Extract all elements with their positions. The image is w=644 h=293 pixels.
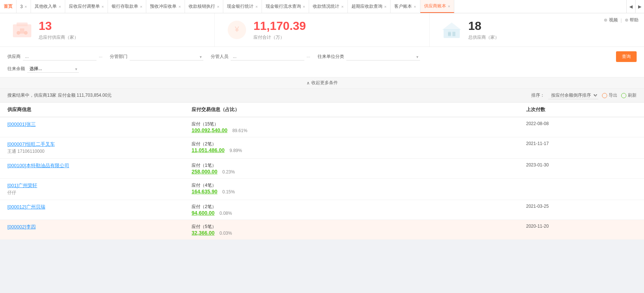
- collapse-bar[interactable]: ∧ 收起更多条件: [0, 77, 644, 89]
- video-link[interactable]: ⊙ 视频: [604, 17, 617, 23]
- tx-amount-row: 32,366.00 0.03%: [192, 230, 526, 236]
- tx-percent: 0.15%: [222, 189, 235, 194]
- balance-select-wrapper: 选择...: [27, 65, 79, 73]
- nav-tab-cash-stats-label: 现金银行统计: [227, 3, 253, 10]
- top-navigation: 首页 3 × 其他收入单 × 应收应付调整单 × 银行存取款单 × 预收冲应收单…: [0, 0, 644, 13]
- last-pay-date: 2022-08-08: [526, 121, 637, 126]
- nav-tab-payment[interactable]: 收款核销执行 ×: [185, 0, 223, 13]
- nav-tab-3[interactable]: 3 ×: [17, 0, 31, 13]
- department-select-wrapper: [130, 53, 203, 61]
- close-icon[interactable]: ×: [384, 4, 386, 9]
- payable-suppliers-number: 13: [39, 19, 78, 33]
- close-icon[interactable]: ×: [341, 4, 343, 9]
- supplier-sub-info: 王通 17106110000: [7, 148, 192, 155]
- nav-tab-supplier[interactable]: 供应商账本 ×: [420, 0, 454, 13]
- tx-amount-link[interactable]: 94,600.00: [192, 210, 214, 216]
- search-button[interactable]: 查询: [616, 51, 637, 62]
- filter-row-1: 供应商 ··· 分管部门 分管人员 ··· 往来单位分类 查询: [7, 51, 637, 62]
- balance-select[interactable]: 选择...: [27, 65, 79, 73]
- nav-tab-prepay[interactable]: 预收冲应收单 ×: [146, 0, 185, 13]
- svg-text:¥: ¥: [234, 25, 239, 33]
- filter-category: 往来单位分类: [318, 53, 420, 61]
- tx-amount-row: 11,051,486.00 9.89%: [192, 147, 526, 153]
- result-summary-text: 搜索结果中，供应商13家 应付金额 111,703,854.00元: [7, 92, 112, 99]
- tx-amount-row: 94,600.00 0.08%: [192, 210, 526, 216]
- nav-tab-home[interactable]: 首页: [0, 0, 17, 13]
- close-icon[interactable]: ×: [59, 4, 61, 9]
- nav-tab-other-income[interactable]: 其他收入单 ×: [31, 0, 65, 13]
- supplier-info-cell: [000007]恒旺二手叉车 王通 17106110000: [7, 141, 192, 155]
- tx-amount-link[interactable]: 164,635.90: [192, 189, 217, 194]
- nav-tab-home-label: 首页: [4, 3, 13, 10]
- nav-tab-cash-stats[interactable]: 现金银行统计 ×: [223, 0, 262, 13]
- nav-tab-cash-flow[interactable]: 现金银行流水查询 ×: [262, 0, 309, 13]
- tx-amount-row: 258,000.00 0.23%: [192, 169, 526, 175]
- category-select-wrapper: [346, 53, 420, 61]
- filter-department: 分管部门: [110, 53, 203, 61]
- person-dots: ···: [307, 54, 310, 59]
- tx-amount-link[interactable]: 32,366.00: [192, 230, 214, 236]
- tx-amount-link[interactable]: 11,051,486.00: [192, 147, 225, 153]
- sort-area: 排序： 按应付余额倒序排序 导出 刷新: [531, 92, 637, 99]
- svg-rect-7: [444, 29, 460, 38]
- nav-tab-bank[interactable]: 银行存取款单 ×: [108, 0, 146, 13]
- nav-tab-3-close[interactable]: ×: [25, 4, 27, 9]
- supplier-info-cell: [000012]广州贝瑞: [7, 204, 192, 210]
- tx-percent: 0.08%: [220, 211, 232, 216]
- total-payable-number: 11,170.39: [253, 19, 306, 33]
- supplier-name-link[interactable]: [000002]李四: [7, 224, 192, 230]
- tx-amount-link[interactable]: 258,000.00: [192, 169, 217, 175]
- tx-percent: 0.03%: [220, 231, 232, 236]
- nav-tab-collection[interactable]: 收款情况统计 ×: [309, 0, 347, 13]
- svg-point-3: [24, 31, 28, 35]
- tx-info-cell: 应付（2笔） 11,051,486.00 9.89%: [192, 141, 526, 153]
- close-icon[interactable]: ×: [255, 4, 258, 9]
- supplier-name-link[interactable]: [000001]张三: [7, 121, 192, 128]
- nav-tab-overdue[interactable]: 超期应收款查询 ×: [348, 0, 391, 13]
- supplier-name-link[interactable]: [001]广州荣轩: [7, 182, 192, 189]
- tx-amount-link[interactable]: 100,092,540.00: [192, 127, 227, 133]
- person-input[interactable]: [231, 53, 304, 61]
- nav-tab-overdue-label: 超期应收款查询: [351, 3, 382, 10]
- close-icon[interactable]: ×: [414, 4, 416, 9]
- last-pay-date: 2023-01-30: [526, 162, 637, 168]
- sort-select[interactable]: 按应付余额倒序排序: [548, 92, 598, 99]
- total-suppliers-number: 18: [468, 19, 499, 33]
- supplier-name-link[interactable]: [000012]广州贝瑞: [7, 204, 192, 210]
- nav-tab-customer[interactable]: 客户账本 ×: [391, 0, 420, 13]
- category-select[interactable]: [346, 53, 420, 61]
- supplier-name-link[interactable]: [000100]本特勒油品有限公司: [7, 162, 192, 169]
- table-row: [000100]本特勒油品有限公司 应付（1笔） 258,000.00 0.23…: [0, 159, 644, 179]
- refresh-button[interactable]: 刷新: [621, 92, 637, 99]
- close-icon[interactable]: ×: [217, 4, 219, 9]
- close-icon[interactable]: ×: [448, 4, 450, 8]
- nav-tab-customer-label: 客户账本: [394, 3, 412, 10]
- tx-info-cell: 应付（15笔） 100,092,540.00 89.61%: [192, 121, 526, 133]
- supplier-info-cell: [000002]李四: [7, 224, 192, 230]
- summary-payable-text: 13 总应付供应商（家）: [39, 19, 78, 41]
- close-icon[interactable]: ×: [178, 4, 181, 9]
- close-icon[interactable]: ×: [102, 4, 104, 9]
- close-icon[interactable]: ×: [303, 4, 305, 9]
- tx-info-cell: 应付（4笔） 164,635.90 0.15%: [192, 182, 526, 194]
- supplier-sub-info: 仔仔: [7, 190, 192, 196]
- close-icon[interactable]: ×: [140, 4, 142, 9]
- filter-balance: 往来余额 选择...: [7, 65, 79, 73]
- supplier-name-link[interactable]: [000007]恒旺二手叉车: [7, 141, 192, 148]
- supplier-input[interactable]: [23, 53, 97, 61]
- svg-marker-8: [442, 23, 461, 30]
- col-header-lastpay: 上次付数: [526, 106, 637, 113]
- table-row-inner: [001]广州荣轩 仔仔 应付（4笔） 164,635.90 0.15%: [0, 179, 644, 200]
- supplier-dots: ···: [99, 54, 102, 59]
- help-link[interactable]: ⊙ 帮助: [625, 17, 638, 23]
- payable-suppliers-label: 总应付供应商（家）: [39, 34, 78, 41]
- export-button[interactable]: 导出: [602, 92, 617, 99]
- table-row: [000012]广州贝瑞 应付（2笔） 94,600.00 0.08% 2021…: [0, 200, 644, 220]
- nav-tab-supplier-label: 供应商账本: [424, 3, 446, 9]
- department-select[interactable]: [130, 53, 203, 61]
- table-row-inner: [000012]广州贝瑞 应付（2笔） 94,600.00 0.08% 2021…: [0, 200, 644, 220]
- svg-rect-1: [17, 23, 28, 26]
- nav-prev-button[interactable]: ◀: [626, 0, 635, 13]
- nav-next-button[interactable]: ▶: [635, 0, 644, 13]
- nav-tab-adjustment[interactable]: 应收应付调整单 ×: [65, 0, 108, 13]
